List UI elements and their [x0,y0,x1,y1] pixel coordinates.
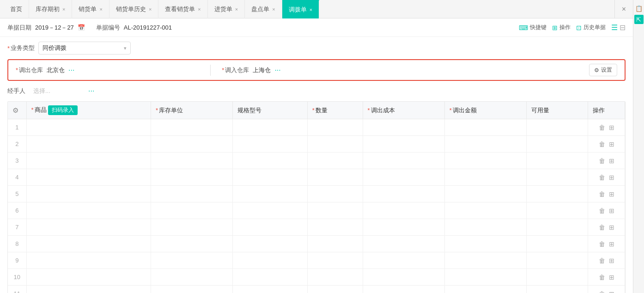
cell-spec-11[interactable] [233,286,308,293]
cell-cost-8[interactable] [363,236,444,252]
tab-close-sales-history[interactable]: × [149,6,152,12]
cell-amount-1[interactable] [444,119,526,136]
cell-qty-5[interactable] [307,186,363,202]
tab-transfer[interactable]: 调拨单 × [282,0,319,18]
cell-qty-3[interactable] [307,153,363,169]
cell-cost-3[interactable] [363,153,444,169]
cell-spec-2[interactable] [233,136,308,153]
copy-icon-7[interactable]: ⊞ [609,224,614,231]
cell-available-10[interactable] [527,269,588,286]
cell-product-3[interactable] [26,153,151,169]
cell-unit-9[interactable] [151,252,232,269]
copy-icon-6[interactable]: ⊞ [609,207,614,214]
cell-spec-5[interactable] [233,186,308,202]
cell-amount-3[interactable] [444,153,526,169]
tab-close-stocktake[interactable]: × [272,6,275,12]
cell-unit-7[interactable] [151,219,232,236]
cell-cost-1[interactable] [363,119,444,136]
copy-icon-4[interactable]: ⊞ [609,174,614,181]
delete-icon-2[interactable]: 🗑 [599,140,605,148]
sidebar-expand-icon[interactable]: ⇱ [634,15,644,24]
cell-amount-10[interactable] [444,269,526,286]
cell-product-7[interactable] [26,219,151,236]
cell-product-5[interactable] [26,186,151,202]
grid-view-icon[interactable]: ⊟ [620,23,626,32]
tab-close-sales-order[interactable]: × [99,6,102,12]
cell-amount-11[interactable] [444,286,526,293]
cell-available-1[interactable] [527,119,588,136]
tab-sales-order[interactable]: 销货单 × [72,0,109,18]
warehouse-in-more-btn[interactable]: ··· [273,66,282,74]
cell-qty-9[interactable] [307,252,363,269]
cell-qty-11[interactable] [307,286,363,293]
operations-action[interactable]: ⊞ 操作 [552,24,571,31]
cell-spec-1[interactable] [233,119,308,136]
cell-amount-5[interactable] [444,186,526,202]
cell-available-8[interactable] [527,236,588,252]
copy-icon-3[interactable]: ⊞ [609,157,614,165]
cell-spec-7[interactable] [233,219,308,236]
delete-icon-8[interactable]: 🗑 [599,240,605,248]
cell-amount-4[interactable] [444,169,526,186]
copy-icon-8[interactable]: ⊞ [609,240,614,248]
window-close-button[interactable]: × [614,0,633,18]
tab-home[interactable]: 首页 [4,0,29,18]
cell-available-4[interactable] [527,169,588,186]
person-more-btn[interactable]: ··· [86,87,96,95]
cell-available-3[interactable] [527,153,588,169]
business-type-select[interactable]: 同价调拨 ▾ [38,42,131,55]
tab-close-inventory-init[interactable]: × [62,6,65,12]
copy-icon-10[interactable]: ⊞ [609,274,614,281]
delete-icon-6[interactable]: 🗑 [599,207,605,214]
cell-amount-7[interactable] [444,219,526,236]
cell-unit-8[interactable] [151,236,232,252]
tab-close-view-sales[interactable]: × [198,6,200,12]
copy-icon-11[interactable]: ⊞ [609,290,614,293]
cell-product-11[interactable] [26,286,151,293]
table-scroll-area[interactable]: ⚙ *商品 扫码录入 *库存单位 规格型号 *数量 *调出成本 *调出金额 可用… [8,102,625,293]
cell-cost-2[interactable] [363,136,444,153]
cell-cost-7[interactable] [363,219,444,236]
cell-product-4[interactable] [26,169,151,186]
list-view-icon[interactable]: ☰ [611,23,618,32]
cell-product-1[interactable] [26,119,151,136]
cell-amount-6[interactable] [444,202,526,219]
delete-icon-9[interactable]: 🗑 [599,257,605,264]
cell-available-9[interactable] [527,252,588,269]
tab-stocktake[interactable]: 盘点单 × [245,0,282,18]
tab-close-transfer[interactable]: × [310,7,312,12]
cell-unit-10[interactable] [151,269,232,286]
tab-sales-history[interactable]: 销货单历史 × [109,0,158,18]
cell-qty-10[interactable] [307,269,363,286]
tab-purchase[interactable]: 进货单 × [208,0,245,18]
settings-button[interactable]: ⚙ 设置 [589,64,617,76]
cell-available-5[interactable] [527,186,588,202]
cell-cost-5[interactable] [363,186,444,202]
scan-btn[interactable]: 扫码录入 [48,105,78,115]
cell-qty-1[interactable] [307,119,363,136]
cell-unit-5[interactable] [151,186,232,202]
delete-icon-10[interactable]: 🗑 [599,274,605,281]
cell-spec-3[interactable] [233,153,308,169]
tab-view-sales[interactable]: 查看销货单 × [158,0,207,18]
cell-spec-6[interactable] [233,202,308,219]
copy-icon-9[interactable]: ⊞ [609,257,614,264]
warehouse-out-more-btn[interactable]: ··· [67,66,76,74]
cell-qty-4[interactable] [307,169,363,186]
delete-icon-5[interactable]: 🗑 [599,190,605,198]
cell-unit-1[interactable] [151,119,232,136]
cell-unit-6[interactable] [151,202,232,219]
cell-unit-4[interactable] [151,169,232,186]
shortcuts-action[interactable]: ⌨ 快捷键 [519,24,547,31]
cell-product-6[interactable] [26,202,151,219]
cell-cost-11[interactable] [363,286,444,293]
sidebar-doc-icon[interactable]: 📋 [634,4,644,13]
delete-icon-11[interactable]: 🗑 [599,290,605,293]
delete-icon-7[interactable]: 🗑 [599,224,605,231]
table-settings-icon[interactable]: ⚙ [12,106,18,114]
copy-icon-2[interactable]: ⊞ [609,140,614,148]
cell-cost-6[interactable] [363,202,444,219]
person-select[interactable]: 选择... [29,85,85,98]
cell-product-2[interactable] [26,136,151,153]
delete-icon-1[interactable]: 🗑 [599,124,605,131]
